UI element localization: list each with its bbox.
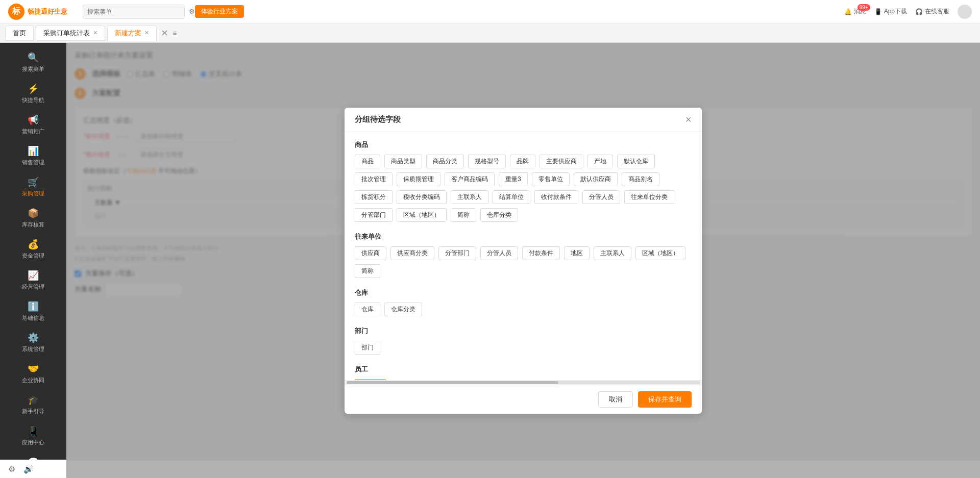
field-tag-manager[interactable]: 分管人员 [582, 190, 620, 204]
tab-new-plan-close[interactable]: ✕ [144, 30, 149, 36]
sidebar-item-app-center[interactable]: 📱 应用中心 [0, 420, 66, 451]
field-tag-partner-category[interactable]: 往来单位分类 [624, 190, 674, 204]
field-selector-modal: 分组待选字段 ✕ 商品 商品 商品类型 商品分类 规格型号 品牌 主要供应商 产… [345, 108, 702, 414]
sidebar-quick-nav-label: 快捷导航 [22, 96, 44, 104]
field-tag-dept[interactable]: 部门 [355, 341, 380, 355]
sidebar-marketing-label: 营销推广 [22, 128, 44, 135]
app-download-link[interactable]: 📱 App下载 [874, 7, 907, 16]
tab-purchase-stats[interactable]: 采购订单统计表 ✕ [36, 26, 105, 41]
sidebar-item-quick-nav[interactable]: ⚡ 快捷导航 [0, 78, 66, 109]
field-tag-settle-unit[interactable]: 结算单位 [493, 190, 530, 204]
collab-icon: 🤝 [28, 363, 39, 374]
field-tag-customer-code[interactable]: 客户商品编码 [445, 172, 495, 186]
field-tag-main-contact[interactable]: 主联系人 [451, 190, 488, 204]
sidebar-item-sales[interactable]: 📊 销售管理 [0, 140, 66, 171]
field-tag-tax-code[interactable]: 税收分类编码 [397, 190, 447, 204]
sidebar-guide-label: 新手引导 [22, 408, 44, 415]
operations-icon: 📈 [28, 270, 39, 281]
sidebar-item-basic-info[interactable]: ℹ️ 基础信息 [0, 296, 66, 327]
field-tag-partner-contact[interactable]: 主联系人 [594, 246, 631, 260]
field-tag-partner-region[interactable]: 区域（地区） [635, 246, 685, 260]
bottom-settings-icon[interactable]: ⚙ [8, 464, 15, 474]
field-tag-warehouse-cat[interactable]: 仓库分类 [480, 208, 518, 222]
tab-purchase-stats-close[interactable]: ✕ [93, 30, 97, 36]
sidebar-operations-label: 经营管理 [22, 283, 44, 291]
field-tag-goods-type[interactable]: 商品类型 [384, 155, 422, 168]
section-warehouse-tags: 仓库 仓库分类 [355, 303, 692, 316]
sidebar-sales-label: 销售管理 [22, 159, 44, 166]
sidebar-item-purchase[interactable]: 🛒 采购管理 [0, 171, 66, 203]
sidebar-item-system[interactable]: ⚙️ 系统管理 [0, 327, 66, 358]
field-tag-pick-points[interactable]: 拣货积分 [355, 190, 393, 204]
section-employee-title: 员工 [355, 365, 692, 374]
field-tag-wh[interactable]: 仓库 [355, 303, 380, 316]
user-avatar[interactable] [958, 5, 972, 19]
field-tag-pay-terms[interactable]: 收付款条件 [534, 190, 578, 204]
field-tag-origin[interactable]: 产地 [587, 155, 613, 168]
search-icon: 🔍 [28, 52, 39, 63]
field-tag-weight[interactable]: 重量3 [499, 172, 528, 186]
sidebar-item-marketing[interactable]: 📢 营销推广 [0, 109, 66, 140]
field-tag-dept-in-charge[interactable]: 分管部门 [355, 208, 393, 222]
field-tag-partner-abbr[interactable]: 简称 [355, 264, 380, 278]
field-tag-partner-manager[interactable]: 分管人员 [480, 246, 518, 260]
settings-gear-icon[interactable]: ⚙ [189, 8, 195, 15]
field-tag-payment-terms[interactable]: 付款条件 [522, 246, 560, 260]
modal-body: 商品 商品 商品类型 商品分类 规格型号 品牌 主要供应商 产地 默认仓库 批次… [345, 132, 702, 380]
field-tag-abbr[interactable]: 简称 [451, 208, 476, 222]
section-goods-title: 商品 [355, 140, 692, 149]
notification-badge: 99+ [857, 4, 870, 11]
tab-more-icon[interactable]: ≡ [173, 29, 177, 37]
field-tag-default-supplier[interactable]: 默认供应商 [574, 172, 618, 186]
tab-purchase-stats-label: 采购订单统计表 [43, 29, 90, 38]
trial-btn[interactable]: 体验行业方案 [195, 5, 244, 18]
sidebar-item-guide[interactable]: 🎓 新手引导 [0, 389, 66, 420]
field-tag-area[interactable]: 地区 [564, 246, 590, 260]
online-service-label: 在线客服 [925, 7, 949, 16]
field-tag-main-supplier[interactable]: 主要供应商 [540, 155, 583, 168]
app-download-icon: 📱 [874, 8, 882, 15]
notification-bell[interactable]: 🔔 消息 99+ [844, 7, 866, 16]
field-tag-default-warehouse[interactable]: 默认仓库 [617, 155, 655, 168]
field-tag-brand[interactable]: 品牌 [510, 155, 535, 168]
modal-horizontal-scrollbar[interactable] [345, 380, 702, 385]
sidebar-item-finance[interactable]: 💰 资金管理 [0, 234, 66, 265]
field-tag-partner-dept[interactable]: 分管部门 [438, 246, 476, 260]
sidebar: 🔍 搜索菜单 ⚡ 快捷导航 📢 营销推广 📊 销售管理 🛒 采购管理 📦 库存核… [0, 43, 66, 478]
search-input[interactable] [83, 5, 185, 19]
section-employee: 员工 业务员 [355, 365, 692, 380]
field-tag-supplier[interactable]: 供应商 [355, 246, 386, 260]
close-page-icon[interactable]: ✕ [161, 28, 168, 39]
field-tag-wh-cat[interactable]: 仓库分类 [384, 303, 422, 316]
sidebar-item-search[interactable]: 🔍 搜索菜单 [0, 47, 66, 78]
field-tag-retail-unit[interactable]: 零售单位 [532, 172, 570, 186]
field-tag-supplier-cat[interactable]: 供应商分类 [390, 246, 434, 260]
section-dept: 部门 部门 [355, 326, 692, 355]
save-query-button[interactable]: 保存并查询 [638, 391, 692, 408]
cancel-button[interactable]: 取消 [598, 391, 633, 408]
sidebar-basic-info-label: 基础信息 [22, 314, 44, 322]
tab-new-plan[interactable]: 新建方案 ✕ [107, 26, 157, 41]
bottom-audio-icon[interactable]: 🔊 [23, 464, 34, 474]
top-right: 🔔 消息 99+ 📱 App下载 🎧 在线客服 [844, 5, 972, 19]
field-tag-goods-category[interactable]: 商品分类 [426, 155, 464, 168]
field-tag-spec-model[interactable]: 规格型号 [468, 155, 506, 168]
tab-home[interactable]: 首页 [5, 26, 34, 41]
bell-icon: 🔔 [844, 8, 852, 15]
online-service-link[interactable]: 🎧 在线客服 [915, 7, 949, 16]
sidebar-item-operations[interactable]: 📈 经营管理 [0, 265, 66, 296]
field-tag-region[interactable]: 区域（地区） [397, 208, 447, 222]
field-tag-shelf-life[interactable]: 保质期管理 [397, 172, 440, 186]
field-tag-goods[interactable]: 商品 [355, 155, 380, 168]
field-tag-batch-mgmt[interactable]: 批次管理 [355, 172, 393, 186]
h-scrollbar-track [347, 381, 700, 384]
field-tag-goods-alias[interactable]: 商品别名 [622, 172, 659, 186]
sidebar-item-collab[interactable]: 🤝 企业协同 [0, 358, 66, 389]
section-dept-title: 部门 [355, 326, 692, 336]
sidebar-system-label: 系统管理 [22, 345, 44, 353]
sales-icon: 📊 [28, 145, 39, 157]
modal-close-icon[interactable]: ✕ [685, 115, 692, 124]
section-warehouse: 仓库 仓库 仓库分类 [355, 288, 692, 316]
system-icon: ⚙️ [28, 332, 39, 343]
sidebar-item-inventory[interactable]: 📦 库存核算 [0, 203, 66, 234]
